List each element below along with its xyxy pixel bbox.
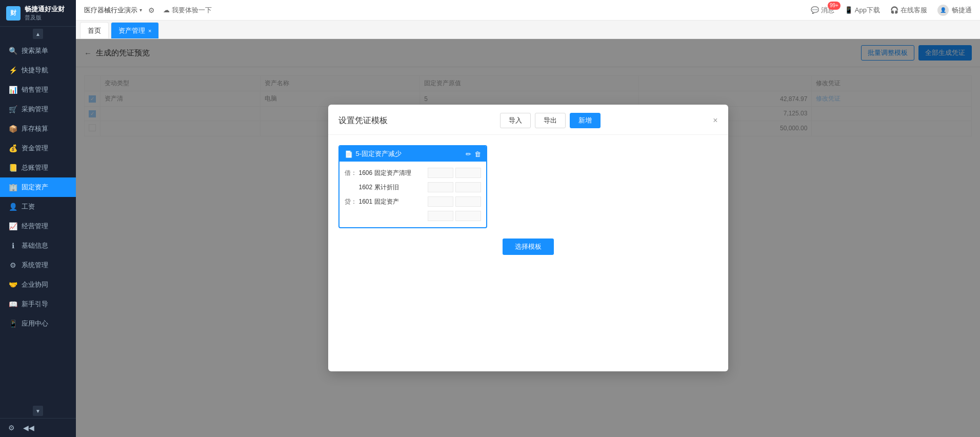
main-area: 医疗器械行业演示 ▾ ⚙ ☁ 我要体验一下 💬 消息 99+ 📱 App下载 [76,0,980,437]
sidebar-item-coop[interactable]: 🤝 企业协同 [0,275,76,294]
amount-box-credit-3 [455,196,481,207]
sidebar-nav: 🔍 搜索菜单 ⚡ 快捷导航 📊 销售管理 🛒 采购管理 📦 库存核算 💰 [0,41,76,404]
topbar-right: 💬 消息 99+ 📱 App下载 🎧 在线客服 👤 畅捷通 [811,5,972,16]
template-edit-icon[interactable]: ✏ [466,150,471,158]
capital-icon: 💰 [8,144,17,153]
tab-close-icon[interactable]: × [148,28,151,34]
amount-boxes-1 [428,168,481,178]
modal-toolbar: 导入 导出 新增 [500,113,601,128]
quick-nav-icon: ⚡ [8,66,17,75]
amount-boxes-2 [428,182,481,192]
sidebar-item-quick-nav[interactable]: ⚡ 快捷导航 [0,61,76,80]
sidebar-settings-icon[interactable]: ⚙ [8,424,15,432]
ledger-icon: 📒 [8,163,17,172]
amount-box-credit-1 [455,168,481,178]
fixed-assets-icon: 🏢 [8,183,17,192]
sidebar-item-fixed-assets[interactable]: 🏢 固定资产 [0,177,76,197]
customer-service-button[interactable]: 🎧 在线客服 [890,6,927,15]
sidebar-item-inventory[interactable]: 📦 库存核算 [0,119,76,138]
sidebar-label-coop: 企业协同 [22,280,48,289]
empty-row [345,209,481,223]
topbar-settings-icon[interactable]: ⚙ [148,6,155,14]
template-doc-icon: 📄 [345,150,353,158]
sales-icon: 📊 [8,85,17,94]
user-label: 畅捷通 [952,6,972,15]
business-icon: 📈 [8,222,17,231]
account-code-1: 1606 固定资产清理 [359,169,411,177]
amount-box-credit-2 [455,182,481,192]
app-download-label: App下载 [855,6,880,15]
template-card-header: 📄 5-固定资产减少 ✏ 🗑 [339,146,486,162]
sidebar-item-business[interactable]: 📈 经营管理 [0,216,76,236]
sidebar-label-app-center: 应用中心 [22,319,48,328]
template-delete-icon[interactable]: 🗑 [474,150,481,158]
set-template-modal: 设置凭证模板 导入 导出 新增 × 📄 [328,105,728,371]
sidebar-label-ledger: 总账管理 [22,163,48,172]
experience-text: 我要体验一下 [172,6,212,15]
account-code-3: 1601 固定资产 [359,197,399,206]
app-name: 畅捷通好业财 [25,5,65,14]
sidebar-label-salary: 工资 [22,202,35,211]
modal-body: 📄 5-固定资产减少 ✏ 🗑 [328,135,728,371]
amount-box-debit-3 [428,196,453,207]
sidebar-label-sales: 销售管理 [22,85,48,94]
sidebar-label-fixed-assets: 固定资产 [22,183,48,192]
app-edition: 普及版 [25,14,65,21]
credit-row-1: 贷： 1601 固定资产 [345,194,481,209]
select-template-button[interactable]: 选择模板 [503,239,554,255]
template-card: 📄 5-固定资产减少 ✏ 🗑 [338,145,487,228]
amount-boxes-3 [428,196,481,207]
template-name: 5-固定资产减少 [356,149,402,158]
export-button[interactable]: 导出 [535,113,566,128]
system-icon: ⚙ [8,261,17,270]
sidebar-label-business: 经营管理 [22,222,48,231]
sidebar-item-capital[interactable]: 💰 资金管理 [0,138,76,158]
amount-box-debit-2 [428,182,453,192]
sidebar-item-search[interactable]: 🔍 搜索菜单 [0,41,76,61]
sidebar-label-inventory: 库存核算 [22,124,48,133]
cloud-icon: ☁ [163,6,170,14]
app-download-button[interactable]: 📱 App下载 [845,6,880,15]
search-icon: 🔍 [8,46,17,55]
sidebar: 财 畅捷通好业财 普及版 ▲ 🔍 搜索菜单 ⚡ 快捷导航 📊 销售管理 [0,0,76,437]
sidebar-label-guide: 新手引导 [22,300,48,309]
app-name-block: 畅捷通好业财 普及版 [25,5,65,21]
sidebar-scroll-up[interactable]: ▲ [33,29,43,39]
company-selector[interactable]: 医疗器械行业演示 ▾ [84,6,142,15]
sidebar-item-sales[interactable]: 📊 销售管理 [0,80,76,100]
modal-close-button[interactable]: × [713,116,717,125]
sidebar-collapse-icon[interactable]: ◀◀ [23,424,34,432]
amount-box-empty-debit [428,211,453,221]
user-menu[interactable]: 👤 畅捷通 [937,5,972,16]
sidebar-label-system: 系统管理 [22,261,48,270]
sidebar-item-system[interactable]: ⚙ 系统管理 [0,255,76,275]
purchase-icon: 🛒 [8,105,17,114]
sidebar-item-guide[interactable]: 📖 新手引导 [0,294,76,314]
tab-asset-mgmt[interactable]: 资产管理 × [111,22,159,38]
sidebar-item-purchase[interactable]: 🛒 采购管理 [0,100,76,119]
inventory-icon: 📦 [8,124,17,133]
company-name: 医疗器械行业演示 [84,6,137,15]
experience-button[interactable]: ☁ 我要体验一下 [163,6,212,15]
sidebar-item-app-center[interactable]: 📱 应用中心 [0,314,76,333]
avatar: 👤 [937,5,949,16]
sidebar-item-salary[interactable]: 👤 工资 [0,197,76,216]
sidebar-label-capital: 资金管理 [22,144,48,153]
service-icon: 🎧 [890,6,898,14]
salary-icon: 👤 [8,202,17,211]
coop-icon: 🤝 [8,280,17,289]
sidebar-scroll-down[interactable]: ▼ [33,406,43,416]
sidebar-item-base-info[interactable]: ℹ 基础信息 [0,236,76,255]
sidebar-label-base-info: 基础信息 [22,241,48,250]
tab-home[interactable]: 首页 [80,22,109,38]
modal-header: 设置凭证模板 导入 导出 新增 × [328,105,728,135]
sidebar-footer: ⚙ ◀◀ [0,418,76,437]
sidebar-item-ledger[interactable]: 📒 总账管理 [0,158,76,177]
sidebar-label-quick-nav: 快捷导航 [22,66,48,75]
modal-overlay: 设置凭证模板 导入 导出 新增 × 📄 [76,39,980,437]
app-logo: 财 [6,6,21,21]
messages-button[interactable]: 💬 消息 99+ [811,6,834,15]
content-area: ← 生成的凭证预览 批量调整模板 全部生成凭证 变动类型 [76,39,980,437]
new-template-button[interactable]: 新增 [570,113,601,128]
import-button[interactable]: 导入 [500,113,531,128]
